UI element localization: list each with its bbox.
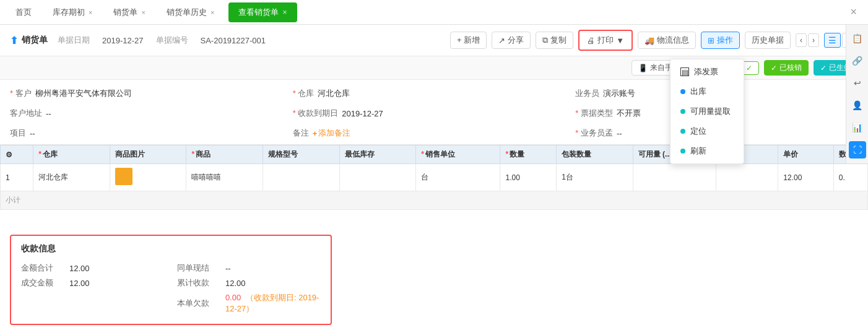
doc-type-label: 销货单	[22, 35, 48, 46]
same-order-value: --	[225, 264, 231, 273]
row-unit: 台	[416, 164, 500, 191]
share-label: 分享	[508, 35, 524, 46]
copy-label: 复制	[550, 35, 566, 46]
due-date-label: 收款到期日	[293, 108, 339, 119]
ticket-type-value: 不开票	[617, 108, 641, 119]
tab-inventory-init[interactable]: 库存期初 ×	[43, 1, 102, 24]
add-note-button[interactable]: 添加备注	[313, 128, 351, 139]
note-label: 备注	[293, 128, 309, 139]
refresh-dot-icon	[680, 149, 685, 154]
locate-dot-icon	[680, 129, 685, 134]
tab-sales-close[interactable]: ×	[141, 9, 145, 16]
ops-label: 操作	[717, 35, 733, 46]
print-button[interactable]: 🖨 打印 ▼	[581, 32, 630, 48]
col-gear: ⚙	[1, 145, 33, 164]
next-button[interactable]: ›	[808, 33, 819, 47]
print-icon: 🖨	[587, 36, 595, 45]
dropdown-add-invoice[interactable]: ▤ 添发票	[671, 62, 744, 82]
logistics-button[interactable]: 🚚 物流信息	[638, 32, 696, 49]
invoice-icon: ▤	[680, 67, 689, 76]
tab-sales-order[interactable]: 销货单 ×	[104, 1, 154, 24]
col-min-stock: 最低库存	[339, 145, 416, 164]
col-warehouse: *仓库	[33, 145, 110, 164]
sidebar-icon-5[interactable]: 📊	[849, 119, 866, 136]
sidebar-icon-2[interactable]: 🔗	[849, 52, 866, 69]
customer-label: 客户	[10, 88, 32, 99]
total-amount-label: 金额合计	[21, 263, 64, 274]
tab-view-close[interactable]: ×	[282, 7, 287, 17]
copy-button[interactable]: ⧉ 复制	[536, 32, 573, 49]
phone-icon: 📱	[638, 64, 648, 72]
tab-home[interactable]: 首页	[6, 1, 41, 24]
customer-field: 客户 柳州粤港平安气体有限公司	[10, 86, 293, 101]
copy-icon: ⧉	[542, 35, 548, 45]
check-icon: ✓	[746, 64, 752, 72]
effective-icon: ✓	[820, 64, 827, 72]
tab-inventory-close[interactable]: ×	[89, 9, 92, 16]
payment-grid: 金额合计 12.00 成交金额 12.00 同单现结 -- 累计收款	[21, 261, 321, 316]
due-label: 本单欠款	[177, 298, 220, 309]
due-date-field: 收款到期日 2019-12-27	[293, 106, 576, 121]
history-label: 历史单据	[752, 35, 784, 46]
payment-info-box: 收款信息 金额合计 12.00 成交金额 12.00 同单现结 --	[10, 235, 332, 325]
tab-view-sales[interactable]: 查看销货单 ×	[228, 2, 297, 22]
window-close-button[interactable]: ×	[845, 6, 862, 19]
row-qty: 1.00	[500, 164, 557, 191]
col-unit: *销售单位	[416, 145, 500, 164]
number-label: 单据编号	[156, 35, 188, 46]
project-value: --	[30, 129, 35, 138]
employee-value: 演示账号	[603, 88, 635, 99]
tab-sales-history[interactable]: 销货单历史 ×	[157, 1, 224, 24]
list-view-button[interactable]: ☰	[824, 33, 841, 48]
row-current-stock	[716, 164, 778, 191]
total-amount-row: 金额合计 12.00	[21, 261, 165, 276]
outbound-dot-icon	[680, 89, 685, 94]
dropdown-locate[interactable]: 定位	[671, 121, 744, 141]
prev-button[interactable]: ‹	[796, 33, 807, 47]
share-button[interactable]: ↗ 分享	[492, 32, 531, 49]
warehouse-field: 仓库 河北仓库	[293, 86, 576, 101]
due-value: 0.00 （收款到期日: 2019-12-27）	[225, 292, 321, 315]
tab-history-close[interactable]: ×	[210, 9, 214, 16]
sales-emp-value: --	[617, 129, 622, 138]
print-highlight: 🖨 打印 ▼	[578, 30, 633, 51]
ops-dropdown: ▤ 添发票 出库 可用量提取 定位 刷新	[670, 59, 744, 164]
dropdown-refresh[interactable]: 刷新	[671, 141, 744, 161]
this-order-due-row: 本单欠款 0.00 （收款到期日: 2019-12-27）	[177, 290, 321, 316]
locate-label: 定位	[690, 126, 706, 137]
new-label: + 新增	[457, 35, 480, 46]
doc-title: ⬆ 销货单	[10, 35, 48, 46]
gear-icon[interactable]: ⚙	[6, 150, 12, 159]
verified-button[interactable]: ✓ 已核销	[764, 60, 809, 76]
address-field: 客户地址 --	[10, 106, 293, 121]
col-product: *商品	[186, 145, 263, 164]
col-spec: 规格型号	[263, 145, 340, 164]
add-invoice-label: 添发票	[694, 66, 718, 77]
col-qty: *数量	[500, 145, 557, 164]
nav-arrows: ‹ ›	[796, 33, 819, 47]
history-button[interactable]: 历史单据	[745, 32, 791, 49]
row-spec	[263, 164, 340, 191]
ops-icon: ⊞	[708, 36, 714, 45]
date-label: 单据日期	[58, 35, 90, 46]
dropdown-available-extract[interactable]: 可用量提取	[671, 102, 744, 121]
dropdown-outbound[interactable]: 出库	[671, 82, 744, 102]
verified-label: 已核销	[779, 63, 802, 73]
sidebar-icon-4[interactable]: 👤	[849, 97, 866, 114]
row-amount: 0.	[833, 164, 867, 191]
sidebar-icon-3[interactable]: ↩	[849, 74, 866, 92]
new-button[interactable]: + 新增	[450, 32, 487, 49]
share-icon: ↗	[498, 36, 505, 45]
sidebar-icon-1[interactable]: 📋	[849, 30, 866, 47]
sidebar-expand-button[interactable]: ⛶	[849, 141, 866, 158]
table-row: 1 河北仓库 嘻嘻嘻嘻 台 1.00 1台 12.00	[1, 164, 868, 191]
tab-inventory-label: 库存期初	[53, 7, 85, 18]
date-value: 2019-12-27	[102, 36, 144, 45]
subtotal-row: 小计	[1, 191, 868, 210]
address-label: 客户地址	[10, 108, 42, 119]
available-dot-icon	[680, 109, 685, 114]
tab-history-label: 销货单历史	[167, 7, 207, 18]
ops-button[interactable]: ⊞ 操作	[701, 32, 740, 49]
row-image	[110, 164, 186, 191]
address-value: --	[46, 109, 51, 118]
